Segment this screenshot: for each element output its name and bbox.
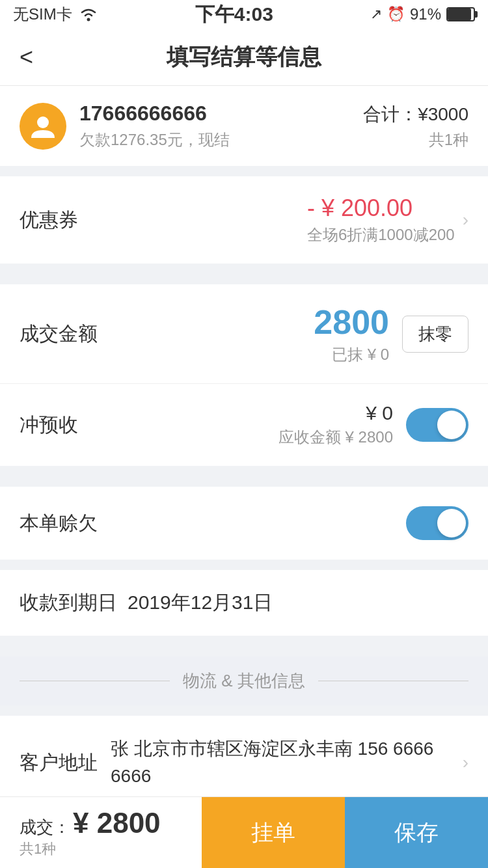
prepay-row: 冲预收 ¥ 0 应收金额 ¥ 2800 bbox=[0, 383, 488, 466]
trade-amount-row: 成交金额 2800 已抹 ¥ 0 抹零 bbox=[0, 284, 488, 383]
trade-amount-value: 2800 bbox=[314, 303, 389, 342]
prepay-label: 冲预收 bbox=[20, 412, 78, 439]
nav-bar: < 填写结算等信息 bbox=[0, 29, 488, 86]
battery-icon bbox=[446, 7, 475, 21]
back-button[interactable]: < bbox=[20, 44, 33, 71]
bottom-summary: 成交： ¥ 2800 共1种 bbox=[0, 807, 202, 859]
address-chevron-icon: › bbox=[463, 752, 468, 773]
coupon-row[interactable]: 优惠券 - ¥ 200.00 全场6折满1000减200 › bbox=[0, 176, 488, 264]
address-content: 张 北京市市辖区海淀区永丰南 156 6666 6666 bbox=[111, 735, 463, 790]
round-button[interactable]: 抹零 bbox=[402, 316, 468, 353]
bottom-trade-line: 成交： ¥ 2800 bbox=[20, 807, 182, 839]
coupon-value: - ¥ 200.00 全场6折满1000减200 bbox=[307, 195, 455, 245]
alarm-icon: ⏰ bbox=[387, 6, 405, 23]
logistics-label: 物流 & 其他信息 bbox=[183, 670, 305, 692]
bottom-bar: 成交： ¥ 2800 共1种 挂单 保存 bbox=[0, 796, 488, 868]
coupon-right: - ¥ 200.00 全场6折满1000减200 › bbox=[307, 195, 468, 245]
due-date-section: 收款到期日 2019年12月31日 bbox=[0, 570, 488, 636]
toggle-knob bbox=[437, 411, 466, 439]
prepay-right: ¥ 0 应收金额 ¥ 2800 bbox=[278, 402, 468, 448]
debt-toggle-knob bbox=[437, 509, 466, 537]
trade-amount-value-wrap: 2800 已抹 ¥ 0 bbox=[314, 303, 389, 365]
trade-right: 2800 已抹 ¥ 0 抹零 bbox=[314, 303, 468, 365]
total-count: 共1种 bbox=[363, 129, 468, 150]
wifi-icon bbox=[79, 7, 98, 21]
user-right: 合计：¥3000 共1种 bbox=[363, 102, 468, 150]
divider-line-left bbox=[20, 681, 170, 681]
due-date-label: 收款到期日 bbox=[20, 590, 117, 616]
status-left: 无SIM卡 bbox=[13, 4, 98, 25]
bottom-trade-amount: ¥ 2800 bbox=[73, 807, 161, 839]
debt-label: 本单赊欠 bbox=[20, 510, 98, 537]
battery-percent: 91% bbox=[410, 5, 441, 23]
address-label: 客户地址 bbox=[20, 750, 98, 776]
gray-divider-1 bbox=[0, 274, 488, 284]
user-left: 17666666666 欠款1276.35元，现结 bbox=[20, 102, 230, 150]
due-date-value: 2019年12月31日 bbox=[128, 590, 273, 616]
bottom-trade-label: 成交： bbox=[20, 816, 70, 839]
status-right: ↗ ⏰ 91% bbox=[370, 5, 475, 23]
total-amount: 合计：¥3000 bbox=[363, 102, 468, 127]
bottom-actions: 挂单 保存 bbox=[202, 797, 488, 868]
svg-point-0 bbox=[87, 18, 90, 21]
user-debt: 欠款1276.35元，现结 bbox=[79, 129, 230, 150]
avatar bbox=[20, 103, 66, 150]
coupon-chevron-icon: › bbox=[463, 210, 468, 230]
user-info-row: 17666666666 欠款1276.35元，现结 合计：¥3000 共1种 bbox=[0, 86, 488, 166]
gray-divider-2 bbox=[0, 476, 488, 487]
divider-line-right bbox=[318, 681, 468, 681]
page-title: 填写结算等信息 bbox=[167, 42, 321, 72]
prepay-value: ¥ 0 应收金额 ¥ 2800 bbox=[278, 402, 393, 448]
trade-amount-label: 成交金额 bbox=[20, 321, 98, 347]
user-phone: 17666666666 bbox=[79, 102, 230, 126]
debt-toggle[interactable] bbox=[406, 506, 468, 540]
prepay-toggle[interactable] bbox=[406, 408, 468, 442]
svg-point-1 bbox=[37, 116, 49, 128]
coupon-label: 优惠券 bbox=[20, 207, 78, 234]
pending-button[interactable]: 挂单 bbox=[202, 797, 345, 868]
logistics-divider: 物流 & 其他信息 bbox=[0, 657, 488, 705]
bottom-count: 共1种 bbox=[20, 839, 182, 859]
gray-divider-3 bbox=[0, 646, 488, 657]
main-content: 17666666666 欠款1276.35元，现结 合计：¥3000 共1种 优… bbox=[0, 86, 488, 868]
user-info: 17666666666 欠款1276.35元，现结 bbox=[79, 102, 230, 150]
status-bar: 无SIM卡 下午4:03 ↗ ⏰ 91% bbox=[0, 0, 488, 29]
trade-amount-sub: 已抹 ¥ 0 bbox=[314, 344, 389, 365]
location-icon: ↗ bbox=[370, 6, 382, 23]
trade-amount-section: 成交金额 2800 已抹 ¥ 0 抹零 冲预收 ¥ 0 应收金额 ¥ 2800 bbox=[0, 284, 488, 466]
time-display: 下午4:03 bbox=[195, 1, 273, 28]
debt-section: 本单赊欠 bbox=[0, 487, 488, 560]
carrier-text: 无SIM卡 bbox=[13, 4, 72, 25]
address-section[interactable]: 客户地址 张 北京市市辖区海淀区永丰南 156 6666 6666 › bbox=[0, 716, 488, 809]
save-button[interactable]: 保存 bbox=[345, 797, 488, 868]
